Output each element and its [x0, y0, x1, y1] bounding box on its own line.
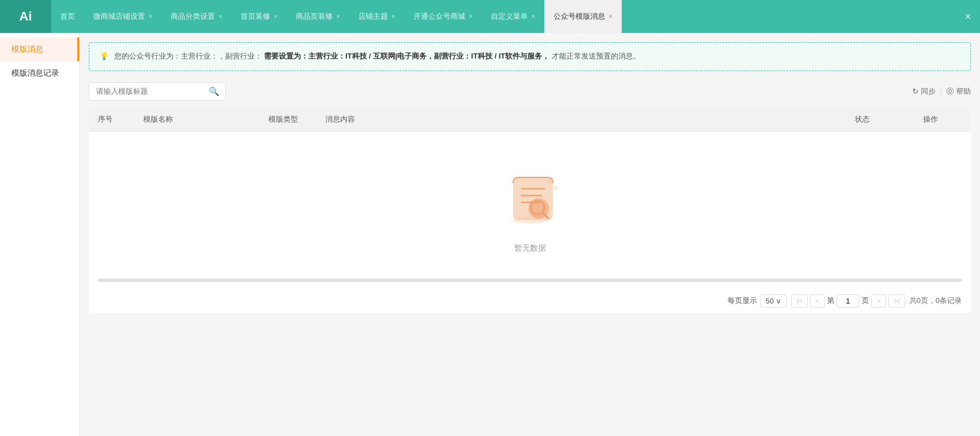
sidebar: 模版消息 模版消息记录: [0, 33, 80, 436]
svg-point-7: [548, 180, 552, 184]
tab-product-decor[interactable]: 商品页装修 ×: [287, 0, 349, 33]
total-info: 共0页，0条记录: [909, 296, 962, 306]
page-input[interactable]: [837, 294, 859, 308]
main-layout: 模版消息 模版消息记录 💡 您的公众号行业为：主营行业：，副营行业： 需要设置为…: [0, 33, 980, 436]
search-input[interactable]: [89, 84, 203, 99]
sync-button[interactable]: ↻ 同步: [912, 86, 936, 97]
svg-point-8: [554, 186, 557, 189]
search-button[interactable]: 🔍: [203, 83, 225, 100]
close-tab-store-settings[interactable]: ×: [148, 13, 152, 20]
nav-tabs: 首页 微商城店铺设置 × 商品分类设置 × 首页装修 × 商品页装修 × 店铺主…: [51, 0, 956, 33]
close-tab-home-decor[interactable]: ×: [274, 13, 278, 20]
page-size-select[interactable]: 50 ∨: [760, 294, 787, 308]
close-tab-custom-menu[interactable]: ×: [531, 13, 535, 20]
first-page-button[interactable]: |<: [791, 294, 808, 308]
search-area: 🔍: [89, 82, 226, 101]
help-button[interactable]: ⓪ 帮助: [946, 86, 971, 97]
dropdown-icon: ∨: [776, 297, 781, 305]
page-nav: |< < 第 页 > >|: [791, 294, 904, 308]
col-content: 消息内容: [316, 107, 846, 132]
col-index: 序号: [89, 107, 134, 132]
tab-category-settings[interactable]: 商品分类设置 ×: [162, 0, 231, 33]
empty-state: 暂无数据: [89, 132, 971, 276]
tab-home[interactable]: 首页: [51, 0, 84, 33]
notice-box: 💡 您的公众号行业为：主营行业：，副营行业： 需要设置为：主营行业：IT科技 /…: [89, 42, 971, 71]
col-type: 模版类型: [259, 107, 316, 132]
notice-icon: 💡: [100, 52, 109, 60]
next-page-button[interactable]: >: [871, 294, 886, 308]
tab-store-theme[interactable]: 店铺主题 ×: [349, 0, 404, 33]
close-all-button[interactable]: ×: [956, 11, 980, 23]
data-table: 序号 模版名称 模版类型 消息内容 状态 操作: [89, 107, 971, 276]
tab-store-settings[interactable]: 微商城店铺设置 ×: [84, 0, 162, 33]
sidebar-item-template-message[interactable]: 模版消息: [0, 38, 79, 61]
close-tab-category-settings[interactable]: ×: [218, 13, 222, 20]
tab-custom-menu[interactable]: 自定义菜单 ×: [482, 0, 544, 33]
tab-home-decor[interactable]: 首页装修 ×: [231, 0, 287, 33]
sidebar-item-template-message-log[interactable]: 模版消息记录: [0, 61, 79, 85]
close-tab-product-decor[interactable]: ×: [336, 13, 340, 20]
horizontal-scrollbar[interactable]: [98, 279, 962, 282]
scrollbar-container: [89, 276, 971, 282]
help-icon: ⓪: [946, 86, 954, 97]
pagination: 每页显示 50 ∨ |< < 第 页 > >| 共0页，0条记录: [89, 289, 971, 313]
toolbar: 🔍 ↻ 同步 | ⓪ 帮助: [89, 82, 971, 101]
col-name: 模版名称: [134, 107, 259, 132]
sync-icon: ↻: [912, 87, 919, 95]
tab-open-wechat-mall[interactable]: 开通公众号商城 ×: [404, 0, 482, 33]
table-container: 序号 模版名称 模版类型 消息内容 状态 操作: [89, 107, 971, 313]
prev-page-button[interactable]: <: [810, 294, 825, 308]
col-action: 操作: [914, 107, 971, 132]
close-tab-template-message[interactable]: ×: [609, 13, 613, 20]
close-tab-store-theme[interactable]: ×: [391, 13, 395, 20]
page-size-selector: 每页显示 50 ∨: [727, 294, 787, 308]
content-area: 💡 您的公众号行业为：主营行业：，副营行业： 需要设置为：主营行业：IT科技 /…: [80, 33, 980, 436]
top-nav: Ai 首页 微商城店铺设置 × 商品分类设置 × 首页装修 × 商品页装修 × …: [0, 0, 980, 33]
col-status: 状态: [846, 107, 914, 132]
empty-icon: [496, 166, 564, 234]
logo: Ai: [0, 0, 51, 33]
tab-template-message[interactable]: 公众号模版消息 ×: [544, 0, 622, 33]
last-page-button[interactable]: >|: [888, 294, 905, 308]
svg-point-9: [552, 177, 554, 180]
toolbar-actions: ↻ 同步 | ⓪ 帮助: [912, 86, 971, 97]
empty-text: 暂无数据: [514, 243, 546, 254]
close-tab-open-wechat-mall[interactable]: ×: [469, 13, 473, 20]
toolbar-divider: |: [940, 87, 942, 95]
